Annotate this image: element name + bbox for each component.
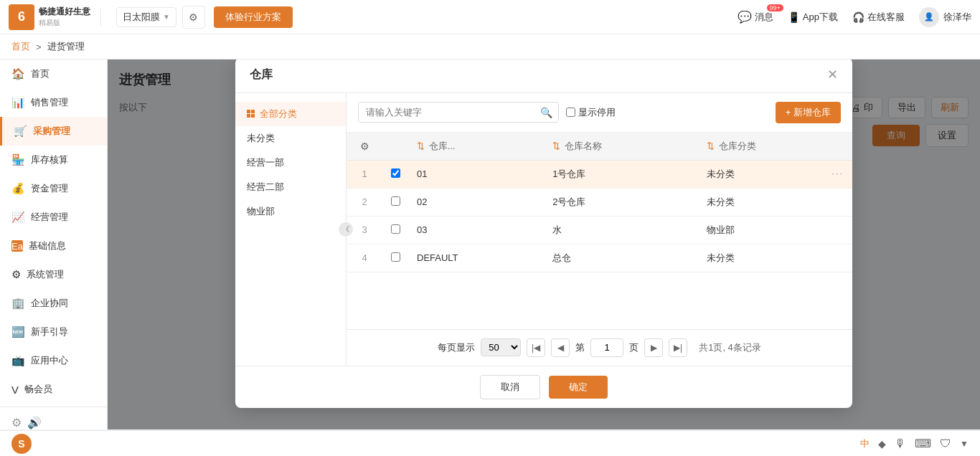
sidebar-item-inventory[interactable]: 🏪 库存核算 — [0, 146, 107, 174]
sidebar-item-finance[interactable]: 💰 资金管理 — [0, 174, 107, 203]
cat-item-all[interactable]: 全部分类 — [235, 102, 346, 126]
row-checkbox[interactable] — [391, 196, 400, 206]
cat-item-unclassified[interactable]: 未分类 — [235, 126, 346, 151]
cancel-button[interactable]: 取消 — [480, 375, 540, 399]
disabled-checkbox[interactable] — [566, 108, 575, 117]
page-last-button[interactable]: ▶| — [669, 338, 687, 357]
col-code: 02 — [408, 188, 544, 216]
sort-icon3: ⇅ — [707, 141, 715, 151]
sidebar-item-sales[interactable]: 📊 销售管理 — [0, 88, 107, 117]
logo-box: 6 — [9, 4, 34, 30]
store-selector[interactable]: 日太阳膜 ▼ — [116, 7, 176, 27]
app-download-label: App下载 — [803, 11, 838, 24]
col-category: 未分类 — [698, 244, 852, 272]
sidebar-item-system[interactable]: ⚙ 系统管理 — [0, 260, 107, 289]
logo-s-bottom: S — [11, 434, 32, 454]
chevron-down-bottom-icon[interactable]: ▼ — [960, 439, 969, 449]
settings-small-icon[interactable]: ⚙ — [11, 416, 22, 429]
row-actions[interactable]: ··· — [831, 168, 844, 179]
sidebar-item-info[interactable]: Ea 基础信息 — [0, 232, 107, 260]
online-service-btn[interactable]: 🎧 在线客服 — [852, 11, 905, 24]
page-prev-button[interactable]: ◀ — [551, 338, 570, 357]
col-check[interactable] — [382, 216, 408, 244]
search-input[interactable] — [359, 103, 534, 122]
inventory-icon: 🏪 — [11, 153, 25, 166]
logo-sub: 精易版 — [39, 18, 90, 28]
col-check[interactable] — [382, 188, 408, 216]
confirm-button[interactable]: 确定 — [549, 376, 608, 399]
show-disabled-checkbox[interactable]: 显示停用 — [566, 106, 616, 119]
notification-btn[interactable]: 💬 消息 99+ — [738, 10, 773, 24]
finance-icon: 💰 — [11, 182, 25, 195]
store-name: 日太阳膜 — [123, 11, 160, 24]
row-checkbox[interactable] — [391, 224, 400, 234]
table-row[interactable]: 1 01 1号仓库 未分类 ··· — [347, 160, 852, 188]
dot-icon[interactable]: ◆ — [878, 438, 886, 450]
modal-body: 《 全部分类 未分类 — [235, 93, 852, 366]
page-next-button[interactable]: ▶ — [644, 338, 663, 357]
row-checkbox[interactable] — [391, 252, 400, 262]
management-icon: 📈 — [11, 211, 25, 224]
per-page-select[interactable]: 10 20 50 100 — [481, 338, 521, 356]
zh-icon[interactable]: 中 — [860, 437, 870, 450]
add-warehouse-button[interactable]: + 新增仓库 — [776, 102, 841, 123]
cat-item-dept1[interactable]: 经营一部 — [235, 151, 346, 175]
sidebar-item-enterprise[interactable]: 🏢 企业协同 — [0, 289, 107, 318]
table-row[interactable]: 2 02 2号仓库 未分类 — [347, 188, 852, 216]
topbar: 6 畅捷通好生意 精易版 日太阳膜 ▼ ⚙ 体验行业方案 💬 消息 99+ 📱 … — [0, 0, 980, 34]
page-label: 第 — [575, 341, 585, 354]
col-check[interactable] — [382, 244, 408, 272]
gear-button[interactable]: ⚙ — [182, 6, 205, 29]
gear-icon: ⚙ — [360, 141, 369, 152]
sidebar-item-guide[interactable]: 🆕 新手引导 — [0, 318, 107, 346]
logo-name: 畅捷通好生意 — [39, 6, 90, 18]
sidebar-item-member[interactable]: V 畅会员 — [0, 375, 107, 404]
sidebar-item-management[interactable]: 📈 经营管理 — [0, 203, 107, 232]
col-num: 2 — [347, 188, 382, 216]
col-check[interactable] — [382, 160, 408, 188]
guide-icon: 🆕 — [11, 326, 25, 338]
warehouse-table: ⚙ ⇅ 仓库... ⇅ — [347, 133, 852, 329]
keyboard-icon[interactable]: ⌨ — [915, 437, 931, 450]
modal-close-button[interactable]: ✕ — [827, 68, 838, 81]
mic-icon[interactable]: 🎙 — [895, 437, 906, 450]
search-button[interactable]: 🔍 — [534, 103, 558, 122]
main-content: 进货管理 按以下 🖨 印 导出 刷新 查询 设置 仓库 — [108, 60, 980, 429]
headset-icon: 🎧 — [852, 11, 864, 23]
breadcrumb-home[interactable]: 首页 — [11, 40, 30, 53]
cat-item-dept2[interactable]: 经营二部 — [235, 175, 346, 199]
speaker-icon[interactable]: 🔊 — [27, 416, 42, 429]
enterprise-icon: 🏢 — [11, 297, 25, 310]
col-category: 未分类 ··· — [698, 160, 852, 188]
app-download-btn[interactable]: 📱 App下载 — [788, 11, 838, 24]
notification-badge: 99+ — [767, 4, 783, 11]
category-panel: 《 全部分类 未分类 — [235, 93, 347, 366]
col-name: 总仓 — [544, 244, 698, 272]
shield-icon[interactable]: 🛡 — [940, 437, 951, 450]
warehouse-panel: 🔍 显示停用 + 新增仓库 — [347, 93, 852, 366]
gear-icon: ⚙ — [189, 11, 198, 23]
member-icon: V — [11, 384, 19, 396]
info-icon: Ea — [11, 240, 23, 252]
sidebar-item-home[interactable]: 🏠 首页 — [0, 60, 107, 88]
sidebar-item-apps[interactable]: 📺 应用中心 — [0, 346, 107, 375]
user-area[interactable]: 👤 徐泽华 — [919, 7, 971, 27]
page-unit: 页 — [629, 341, 639, 354]
chevron-down-icon: ▼ — [163, 13, 170, 21]
search-box: 🔍 — [358, 102, 559, 123]
message-icon: 💬 — [738, 10, 752, 24]
cat-toggle-button[interactable]: 《 — [339, 222, 353, 237]
row-checkbox[interactable] — [391, 168, 400, 178]
modal-overlay[interactable]: 仓库 ✕ 《 — [108, 60, 980, 429]
col-category: 未分类 — [698, 188, 852, 216]
trial-button[interactable]: 体验行业方案 — [214, 6, 293, 28]
col-code: DEFAULT — [408, 244, 544, 272]
col-category: 物业部 — [698, 216, 852, 244]
page-first-button[interactable]: |◀ — [527, 338, 545, 357]
table-row[interactable]: 3 03 水 物业部 — [347, 216, 852, 244]
sidebar-item-purchase[interactable]: 🛒 采购管理 — [0, 117, 107, 146]
page-input[interactable] — [590, 338, 623, 357]
cat-item-property[interactable]: 物业部 — [235, 199, 346, 224]
col-code: 01 — [408, 160, 544, 188]
table-row[interactable]: 4 DEFAULT 总仓 未分类 — [347, 244, 852, 272]
